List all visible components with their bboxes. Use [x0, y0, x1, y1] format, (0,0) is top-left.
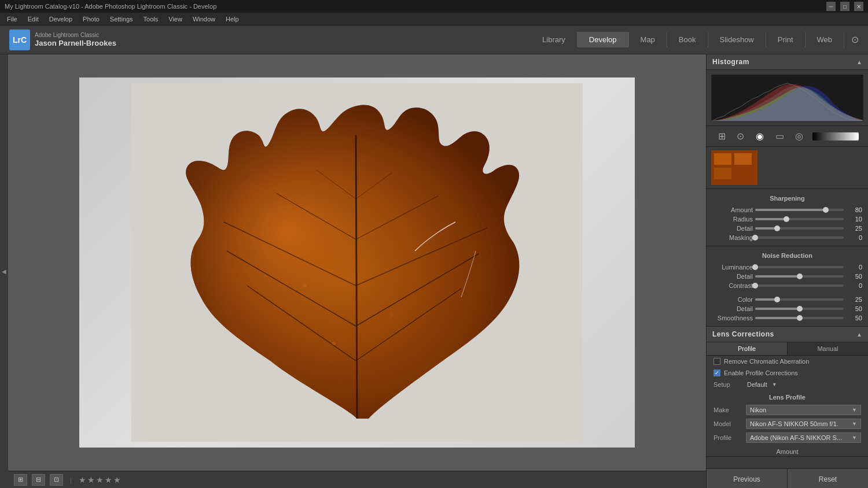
- logo-badge: LrC: [9, 29, 30, 50]
- left-panel-arrow-icon: ◀: [2, 268, 6, 275]
- sharpening-masking-thumb[interactable]: [752, 235, 758, 241]
- noise-smoothness-row: Smoothness 50: [707, 313, 868, 323]
- titlebar-title: My Lightroom Catalog-v10 - Adobe Photosh…: [5, 3, 216, 10]
- compare-view-button[interactable]: ⊡: [50, 474, 63, 486]
- nav-tab-library[interactable]: Library: [531, 32, 578, 47]
- nav-tabs: Library Develop Map Book Slideshow Print…: [531, 32, 844, 47]
- nav-tab-slideshow[interactable]: Slideshow: [708, 32, 766, 47]
- noise-color-thumb[interactable]: [774, 297, 780, 302]
- star-2[interactable]: ★: [87, 475, 95, 485]
- star-5[interactable]: ★: [113, 475, 121, 485]
- tab-profile[interactable]: Profile: [707, 342, 788, 355]
- sharpening-masking-slider[interactable]: [755, 236, 844, 239]
- nav-tab-book[interactable]: Book: [667, 32, 708, 47]
- redeye-button[interactable]: ◉: [753, 130, 766, 143]
- menu-develop[interactable]: Develop: [45, 14, 77, 24]
- graduated-filter-button[interactable]: ▭: [773, 130, 786, 143]
- sharpening-amount-label: Amount: [712, 206, 753, 213]
- crop-tool-button[interactable]: ⊞: [716, 130, 728, 143]
- remove-ca-label: Remove Chromatic Aberration: [724, 358, 809, 365]
- sharpening-amount-value: 80: [846, 206, 862, 213]
- setup-value[interactable]: Default: [747, 381, 767, 388]
- grid-view-button[interactable]: ⊞: [14, 474, 27, 486]
- noise-color-detail-label: Detail: [712, 305, 753, 312]
- noise-lum-detail-thumb[interactable]: [797, 273, 803, 279]
- minimize-button[interactable]: ─: [826, 2, 836, 11]
- histogram-header[interactable]: Histogram ▲: [707, 54, 868, 70]
- star-4[interactable]: ★: [105, 475, 112, 485]
- svg-rect-19: [714, 153, 731, 165]
- sharpening-masking-value: 0: [846, 234, 862, 241]
- tool-icons-row: ⊞ ⊙ ◉ ▭ ◎: [707, 126, 868, 147]
- logo-text: Adobe Lightroom Classic Jason Parnell-Br…: [35, 32, 116, 48]
- noise-luminance-label: Luminance: [712, 264, 753, 271]
- star-1[interactable]: ★: [79, 475, 86, 485]
- user-name: Jason Parnell-Brookes: [35, 39, 116, 48]
- lens-model-dropdown[interactable]: Nikon AF-S NIKKOR 50mm f/1. ▼: [746, 419, 861, 429]
- lens-profile-row: Profile Adobe (Nikon AF-S NIKKOR S... ▼: [707, 431, 868, 445]
- menu-edit[interactable]: Edit: [23, 14, 43, 24]
- sharpening-detail-slider[interactable]: [755, 227, 844, 230]
- spot-removal-button[interactable]: ⊙: [734, 130, 746, 143]
- noise-luminance-thumb[interactable]: [752, 264, 758, 270]
- lens-profile-dropdown-icon: ▼: [852, 435, 857, 441]
- lens-make-label: Make: [713, 406, 742, 413]
- lens-corrections-header[interactable]: Lens Corrections ▲: [707, 327, 868, 342]
- sharpening-amount-thumb[interactable]: [823, 207, 829, 213]
- lens-profile-header: Lens Profile: [707, 390, 868, 403]
- menu-view[interactable]: View: [164, 14, 187, 24]
- sharpening-detail-row: Detail 25: [707, 224, 868, 233]
- menu-settings[interactable]: Settings: [105, 14, 138, 24]
- noise-lum-detail-slider[interactable]: [755, 275, 844, 278]
- noise-contrast-slider[interactable]: [755, 284, 844, 287]
- reset-button[interactable]: Reset: [788, 469, 868, 488]
- maximize-button[interactable]: □: [840, 2, 849, 11]
- left-panel-toggle[interactable]: ◀: [0, 54, 8, 488]
- noise-luminance-slider[interactable]: [755, 266, 844, 268]
- previous-button[interactable]: Previous: [707, 469, 788, 488]
- noise-color-detail-slider[interactable]: [755, 308, 844, 310]
- close-button[interactable]: ✕: [854, 2, 863, 11]
- enable-profile-checkbox[interactable]: ✓: [713, 369, 720, 376]
- radial-filter-button[interactable]: ◎: [793, 130, 806, 143]
- star-3[interactable]: ★: [96, 475, 104, 485]
- menu-tools[interactable]: Tools: [139, 14, 163, 24]
- menu-file[interactable]: File: [2, 14, 22, 24]
- menu-window[interactable]: Window: [188, 14, 220, 24]
- sharpening-radius-slider[interactable]: [755, 218, 844, 220]
- lens-profile-dropdown[interactable]: Adobe (Nikon AF-S NIKKOR S... ▼: [746, 432, 861, 443]
- noise-smoothness-slider[interactable]: [755, 317, 844, 319]
- lens-make-dropdown-icon: ▼: [852, 407, 857, 413]
- noise-color-detail-thumb[interactable]: [797, 306, 803, 312]
- menubar: File Edit Develop Photo Settings Tools V…: [0, 13, 868, 25]
- lens-make-row: Make Nikon ▼: [707, 403, 868, 417]
- remove-ca-checkbox[interactable]: [713, 358, 720, 365]
- sharpening-radius-fill: [755, 218, 786, 220]
- loupe-view-button[interactable]: ⊟: [32, 474, 45, 486]
- menu-photo[interactable]: Photo: [78, 14, 104, 24]
- nav-tab-develop[interactable]: Develop: [578, 32, 629, 47]
- menu-help[interactable]: Help: [221, 14, 244, 24]
- nav-tab-web[interactable]: Web: [806, 32, 845, 47]
- remove-ca-row: Remove Chromatic Aberration: [707, 356, 868, 367]
- lens-make-dropdown[interactable]: Nikon ▼: [746, 405, 861, 415]
- sharpening-amount-slider[interactable]: [755, 209, 844, 211]
- noise-reduction-panel: Noise Reduction Luminance 0 Detail 50: [707, 246, 868, 327]
- setup-label: Setup: [713, 381, 742, 388]
- tab-manual[interactable]: Manual: [788, 342, 868, 355]
- header-icon-button[interactable]: ⊙: [851, 34, 859, 45]
- sharpening-detail-label: Detail: [712, 225, 753, 232]
- noise-smoothness-thumb[interactable]: [797, 315, 803, 321]
- lens-model-value: Nikon AF-S NIKKOR 50mm f/1.: [750, 420, 838, 427]
- noise-contrast-row: Contrast 0: [707, 281, 868, 290]
- nav-tab-print[interactable]: Print: [766, 32, 806, 47]
- setup-row: Setup Default ▼: [707, 379, 868, 390]
- sharpening-detail-thumb[interactable]: [774, 225, 780, 231]
- noise-color-slider[interactable]: [755, 298, 844, 301]
- noise-contrast-thumb[interactable]: [752, 283, 758, 289]
- thumbnail-row: [707, 147, 868, 189]
- sharpening-radius-thumb[interactable]: [784, 216, 789, 222]
- main-layout: ◀: [0, 54, 868, 488]
- lens-model-row: Model Nikon AF-S NIKKOR 50mm f/1. ▼: [707, 417, 868, 431]
- nav-tab-map[interactable]: Map: [629, 32, 667, 47]
